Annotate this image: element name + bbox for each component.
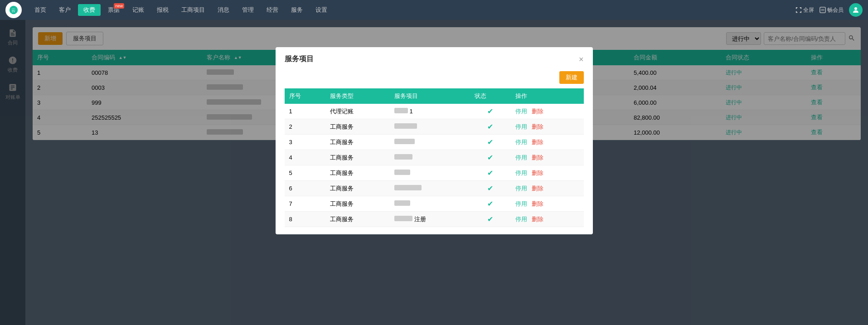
modal-cell-item bbox=[390, 165, 470, 181]
modal-cell-status: ✔ bbox=[470, 212, 511, 227]
status-check-icon: ✔ bbox=[487, 154, 493, 161]
nav-item-settings[interactable]: 设置 bbox=[310, 4, 333, 16]
disable-btn[interactable]: 停用 bbox=[515, 169, 527, 177]
modal-cell-item bbox=[390, 119, 470, 135]
modal-cell-status: ✔ bbox=[470, 135, 511, 150]
modal-cell-seq: 7 bbox=[285, 196, 325, 212]
modal-body: 新建 序号 服务类型 服务项目 状态 操作 1 代理记账 1 ✔ bbox=[276, 68, 593, 234]
modal-cell-type: 工商服务 bbox=[325, 135, 390, 150]
modal-cell-status: ✔ bbox=[470, 181, 511, 196]
disable-btn[interactable]: 停用 bbox=[515, 200, 527, 208]
modal-cell-actions: 停用 删除 bbox=[511, 135, 584, 150]
modal-cell-actions: 停用 删除 bbox=[511, 196, 584, 212]
nav-item-bizproject[interactable]: 工商项目 bbox=[176, 4, 210, 16]
modal-new-btn[interactable]: 新建 bbox=[559, 71, 584, 84]
modal-cell-seq: 5 bbox=[285, 165, 325, 181]
modal-cell-type: 工商服务 bbox=[325, 212, 390, 227]
modal-cell-type: 代理记账 bbox=[325, 104, 390, 119]
modal-cell-status: ✔ bbox=[470, 196, 511, 212]
delete-btn[interactable]: 删除 bbox=[532, 154, 543, 162]
disable-btn[interactable]: 停用 bbox=[515, 154, 527, 162]
status-check-icon: ✔ bbox=[487, 200, 493, 208]
nav-item-customer[interactable]: 客户 bbox=[53, 4, 76, 16]
member-btn[interactable]: 畅会员 bbox=[820, 6, 844, 14]
disable-btn[interactable]: 停用 bbox=[515, 184, 527, 193]
status-check-icon: ✔ bbox=[487, 123, 493, 131]
status-check-icon: ✔ bbox=[487, 184, 493, 192]
delete-btn[interactable]: 删除 bbox=[532, 200, 543, 208]
nav-item-service[interactable]: 服务 bbox=[286, 4, 308, 16]
modal-cell-seq: 6 bbox=[285, 181, 325, 196]
nav-item-message[interactable]: 消息 bbox=[212, 4, 235, 16]
nav-item-invoice[interactable]: 票据 new bbox=[102, 4, 125, 16]
nav-item-tax[interactable]: 报税 bbox=[151, 4, 174, 16]
status-check-icon: ✔ bbox=[487, 215, 493, 223]
top-right-actions: 全屏 畅会员 bbox=[795, 3, 863, 17]
modal-toolbar: 新建 bbox=[285, 71, 584, 84]
disable-btn[interactable]: 停用 bbox=[515, 123, 527, 131]
nav-items-list: 首页 客户 收费 票据 new 记账 报税 工商项目 消息 管理 经营 服务 设… bbox=[29, 4, 795, 16]
modal-cell-actions: 停用 删除 bbox=[511, 181, 584, 196]
modal-cell-item: 注册 bbox=[390, 212, 470, 227]
svg-point-3 bbox=[854, 7, 857, 10]
nav-item-home[interactable]: 首页 bbox=[29, 4, 52, 16]
modal-cell-item bbox=[390, 181, 470, 196]
table-row: 5 工商服务 ✔ 停用 删除 bbox=[285, 165, 584, 181]
disable-btn[interactable]: 停用 bbox=[515, 215, 527, 223]
nav-item-manage[interactable]: 管理 bbox=[237, 4, 259, 16]
modal-cell-item: 1 bbox=[390, 104, 470, 119]
modal-cell-type: 工商服务 bbox=[325, 196, 390, 212]
status-check-icon: ✔ bbox=[487, 169, 493, 177]
modal-cell-status: ✔ bbox=[470, 165, 511, 181]
new-badge: new bbox=[114, 3, 124, 9]
table-row: 8 工商服务 注册 ✔ 停用 删除 bbox=[285, 212, 584, 227]
delete-btn[interactable]: 删除 bbox=[532, 184, 543, 193]
nav-item-operation[interactable]: 经营 bbox=[261, 4, 284, 16]
table-row: 2 工商服务 ✔ 停用 删除 bbox=[285, 119, 584, 135]
disable-btn[interactable]: 停用 bbox=[515, 138, 527, 146]
modal-cell-item bbox=[390, 135, 470, 150]
modal-cell-actions: 停用 删除 bbox=[511, 104, 584, 119]
table-row: 6 工商服务 ✔ 停用 删除 bbox=[285, 181, 584, 196]
delete-btn[interactable]: 删除 bbox=[532, 215, 543, 223]
modal-cell-status: ✔ bbox=[470, 119, 511, 135]
modal-cell-seq: 2 bbox=[285, 119, 325, 135]
modal-col-type: 服务类型 bbox=[325, 88, 390, 104]
status-check-icon: ✔ bbox=[487, 138, 493, 146]
delete-btn[interactable]: 删除 bbox=[532, 107, 543, 116]
modal-cell-seq: 1 bbox=[285, 104, 325, 119]
disable-btn[interactable]: 停用 bbox=[515, 107, 527, 116]
modal-cell-status: ✔ bbox=[470, 104, 511, 119]
app-logo: 云 bbox=[5, 2, 22, 18]
modal-title: 服务项目 bbox=[285, 54, 314, 64]
modal-cell-status: ✔ bbox=[470, 150, 511, 165]
table-row: 3 工商服务 ✔ 停用 删除 bbox=[285, 135, 584, 150]
modal-cell-item bbox=[390, 196, 470, 212]
user-avatar[interactable] bbox=[849, 3, 863, 17]
modal-cell-type: 工商服务 bbox=[325, 119, 390, 135]
status-check-icon: ✔ bbox=[487, 107, 493, 115]
delete-btn[interactable]: 删除 bbox=[532, 138, 543, 146]
service-modal: 服务项目 × 新建 序号 服务类型 服务项目 状态 操作 1 bbox=[276, 47, 593, 234]
modal-cell-item bbox=[390, 150, 470, 165]
modal-cell-seq: 3 bbox=[285, 135, 325, 150]
table-row: 1 代理记账 1 ✔ 停用 删除 bbox=[285, 104, 584, 119]
nav-item-fee[interactable]: 收费 bbox=[78, 4, 101, 16]
modal-close-btn[interactable]: × bbox=[579, 55, 584, 63]
table-row: 7 工商服务 ✔ 停用 删除 bbox=[285, 196, 584, 212]
delete-btn[interactable]: 删除 bbox=[532, 169, 543, 177]
table-row: 4 工商服务 ✔ 停用 删除 bbox=[285, 150, 584, 165]
modal-cell-seq: 4 bbox=[285, 150, 325, 165]
modal-col-status: 状态 bbox=[470, 88, 511, 104]
modal-cell-actions: 停用 删除 bbox=[511, 119, 584, 135]
modal-cell-type: 工商服务 bbox=[325, 165, 390, 181]
nav-item-account[interactable]: 记账 bbox=[127, 4, 150, 16]
modal-cell-seq: 8 bbox=[285, 212, 325, 227]
modal-cell-actions: 停用 删除 bbox=[511, 212, 584, 227]
modal-col-seq: 序号 bbox=[285, 88, 325, 104]
fullscreen-btn[interactable]: 全屏 bbox=[795, 6, 814, 14]
modal-header: 服务项目 × bbox=[276, 47, 593, 68]
modal-overlay[interactable]: 服务项目 × 新建 序号 服务类型 服务项目 状态 操作 1 bbox=[0, 20, 868, 325]
delete-btn[interactable]: 删除 bbox=[532, 123, 543, 131]
service-table: 序号 服务类型 服务项目 状态 操作 1 代理记账 1 ✔ 停用 删除 bbox=[285, 88, 584, 227]
